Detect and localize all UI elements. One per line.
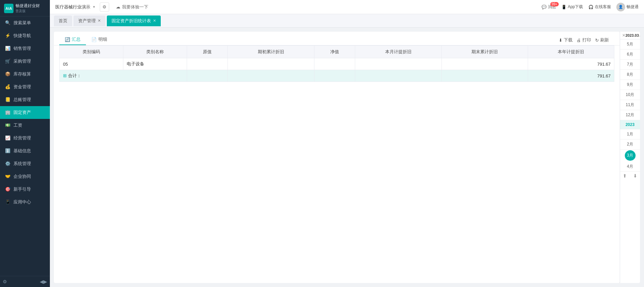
main-content: 🔄 汇总 📄 明细 ⬇ 下载 🖨 打印 ↻ 刷新 [54, 32, 620, 283]
sidebar-item-purchase[interactable]: 🛒 采购管理 [0, 55, 50, 68]
sidebar-icon-search: 🔍 [5, 20, 11, 26]
experience-label: 我要体验一下 [122, 4, 148, 10]
experience-button[interactable]: ☁ 我要体验一下 [116, 4, 148, 10]
table-header-row: 类别编码类别名称原值期初累计折旧净值本月计提折旧期末累计折旧本年计提折旧 [60, 46, 614, 58]
logo-text-block: 畅捷通好业财 普及版 [16, 3, 40, 13]
tab-asset-management[interactable]: 资产管理✕ [73, 15, 105, 26]
app-download-label: App下载 [568, 4, 583, 10]
sub-tab-label-detail: 明细 [98, 36, 107, 42]
tab-close-asset-management[interactable]: ✕ [98, 19, 101, 23]
sidebar-item-quick-nav[interactable]: ⚡ 快捷导航 [0, 29, 50, 42]
sidebar-item-basic-info[interactable]: ℹ️ 基础信息 [0, 145, 50, 157]
sub-tab-label-summary: 汇总 [72, 36, 81, 42]
sidebar-icon-guide: 🎯 [5, 186, 11, 192]
messages-action[interactable]: 💬 消息 99+ [542, 4, 556, 10]
user-label: 畅捷通 [626, 4, 639, 10]
date-panel-month[interactable]: 6月 [620, 50, 640, 60]
tab-label-asset-management: 资产管理 [78, 18, 96, 24]
tab-close-fixed-asset-depreciation[interactable]: ✕ [153, 19, 156, 23]
sidebar-label-basic-info: 基础信息 [13, 148, 31, 154]
print-button[interactable]: 🖨 打印 [577, 37, 591, 43]
tab-home[interactable]: 首页 [54, 15, 72, 26]
sidebar-label-app-center: 应用中心 [13, 199, 31, 205]
sub-tabs: 🔄 汇总 📄 明细 ⬇ 下载 🖨 打印 ↻ 刷新 [54, 32, 620, 45]
settings-button[interactable]: ⚙ [100, 2, 109, 12]
table-container: 类别编码类别名称原值期初累计折旧净值本月计提折旧期末累计折旧本年计提折旧 05电… [54, 45, 620, 283]
table-cell: 电子设备 [123, 58, 187, 70]
user-action[interactable]: 👤 畅捷通 [616, 3, 639, 11]
table-cell [441, 58, 528, 70]
app-download-icon: 📱 [561, 5, 566, 9]
sidebar-item-app-center[interactable]: 📱 应用中心 [0, 196, 50, 209]
download-button[interactable]: ⬇ 下载 [559, 37, 573, 43]
settings-gear-icon[interactable]: ⚙ [3, 279, 7, 284]
subtotal-icon: ⊞ [63, 73, 67, 78]
sidebar-icon-purchase: 🛒 [5, 58, 11, 64]
date-panel-up-icon[interactable]: ⬆ [623, 173, 627, 179]
messages-icon: 💬 [542, 5, 547, 9]
sidebar-item-ledger[interactable]: 📒 总账管理 [0, 93, 50, 106]
sidebar-item-enterprise[interactable]: 🤝 企业协同 [0, 170, 50, 183]
download-icon: ⬇ [559, 38, 562, 43]
date-panel-down-icon[interactable]: ⬇ [633, 173, 637, 179]
date-panel-expand-icon[interactable]: ⤢ [639, 33, 640, 38]
date-panel-month[interactable]: 12月 [620, 110, 640, 120]
col-header: 净值 [314, 46, 355, 58]
date-panel-close-icon[interactable]: ✕ [622, 33, 625, 38]
online-support-action[interactable]: 🎧 在线客服 [588, 4, 611, 10]
sidebar-label-quick-nav: 快捷导航 [13, 33, 31, 39]
sidebar-item-operations[interactable]: 📈 经营管理 [0, 132, 50, 145]
sub-tab-summary[interactable]: 🔄 汇总 [59, 34, 86, 45]
date-panel-year[interactable]: 2023 [620, 120, 640, 129]
table-subtotal-cell [314, 70, 355, 82]
sidebar-scroll: 🔍 搜索菜单 ⚡ 快捷导航 📊 销售管理 🛒 采购管理 📦 库存核算 💰 资金管… [0, 17, 50, 276]
company-name: 医疗器械行业演示 [55, 4, 90, 10]
sub-tab-detail[interactable]: 📄 明细 [86, 34, 113, 45]
date-panel-month[interactable]: 3月 [625, 150, 636, 161]
tab-fixed-asset-depreciation[interactable]: 固定资产折旧统计表✕ [107, 15, 161, 26]
collapse-sidebar-icon[interactable]: ◀▶ [40, 279, 47, 284]
sidebar-icon-operations: 📈 [5, 135, 11, 141]
online-support-icon: 🎧 [588, 5, 593, 9]
sidebar-icon-fixed-assets: 🏢 [5, 109, 11, 116]
refresh-button[interactable]: ↻ 刷新 [595, 37, 609, 43]
sidebar-item-system[interactable]: ⚙️ 系统管理 [0, 157, 50, 170]
col-header: 原值 [187, 46, 228, 58]
date-panel-month[interactable]: 4月 [620, 162, 640, 172]
sidebar-icon-quick-nav: ⚡ [5, 33, 11, 39]
sidebar-label-purchase: 采购管理 [13, 58, 31, 64]
sidebar-icon-payroll: 💵 [5, 122, 11, 128]
date-panel-month[interactable]: 7月 [620, 60, 640, 70]
sidebar-item-funds[interactable]: 💰 资金管理 [0, 81, 50, 93]
sidebar-item-fixed-assets[interactable]: 🏢 固定资产 [0, 106, 50, 119]
date-panel-month[interactable]: 10月 [620, 90, 640, 100]
sidebar-label-inventory: 库存核算 [13, 71, 31, 77]
sidebar-item-inventory[interactable]: 📦 库存核算 [0, 68, 50, 81]
sidebar-item-sales[interactable]: 📊 销售管理 [0, 42, 50, 55]
date-panel-month[interactable]: 8月 [620, 70, 640, 80]
sidebar-label-enterprise: 企业协同 [13, 173, 31, 180]
table-subtotal-cell: 791.67 [528, 70, 614, 82]
logo-app-sub: 普及版 [16, 9, 40, 13]
sidebar-label-operations: 经营管理 [13, 135, 31, 141]
date-panel-month[interactable]: 5月 [620, 39, 640, 50]
date-panel-month[interactable]: 2月 [620, 139, 640, 150]
sidebar-item-search[interactable]: 🔍 搜索菜单 [0, 17, 50, 29]
table-cell [187, 58, 228, 70]
company-dropdown-arrow: ▼ [92, 5, 96, 9]
table-cell [355, 58, 441, 70]
sidebar-item-payroll[interactable]: 💵 工资 [0, 119, 50, 132]
topbar-right: 💬 消息 99+ 📱 App下载 🎧 在线客服 👤 畅捷通 [542, 3, 639, 11]
company-selector[interactable]: 医疗器械行业演示 ▼ [55, 4, 96, 10]
date-panel: ✕ 2023.03 ⤢ 5月6月7月8月9月10月11月12月20231月2月3… [620, 32, 640, 283]
date-panel-month[interactable]: 11月 [620, 100, 640, 110]
date-panel-month[interactable]: 9月 [620, 80, 640, 90]
sidebar-icon-funds: 💰 [5, 84, 11, 90]
user-avatar: 👤 [616, 3, 625, 11]
sidebar-item-guide[interactable]: 🎯 新手引导 [0, 183, 50, 196]
sidebar-icon-app-center: 📱 [5, 199, 11, 205]
date-panel-month[interactable]: 1月 [620, 129, 640, 139]
app-download-action[interactable]: 📱 App下载 [561, 4, 583, 10]
sidebar-icon-ledger: 📒 [5, 97, 11, 103]
date-panel-top: ✕ 2023.03 ⤢ [620, 32, 640, 39]
